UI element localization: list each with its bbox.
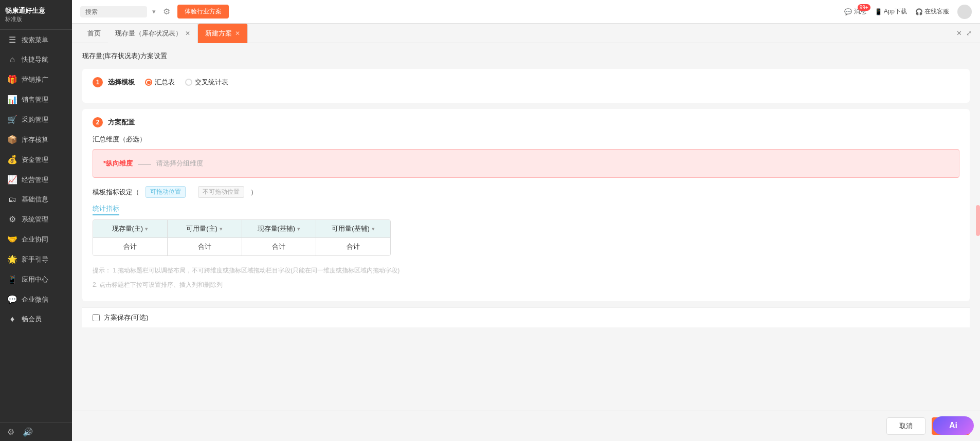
- sidebar-item-label: 新手引导: [22, 255, 48, 264]
- stat-body-col-2: 合计: [168, 238, 242, 255]
- topbar-right: 💬 消息 99+ 📱 App下载 🎧 在线客服: [844, 5, 972, 19]
- message-button[interactable]: 💬 消息 99+: [844, 7, 866, 16]
- tab-new-plan-close-icon[interactable]: ✕: [235, 30, 240, 37]
- sidebar-item-finance[interactable]: 💰 资金管理: [0, 150, 72, 170]
- save-checkbox[interactable]: [93, 314, 100, 321]
- section2-num: 2: [93, 117, 103, 127]
- radio-cross-table[interactable]: 交叉统计表: [185, 78, 228, 87]
- sidebar-item-label: 采购管理: [22, 115, 48, 124]
- page-title: 现存量(库存状况表)方案设置: [82, 51, 970, 61]
- stat-body-col-4: 合计: [316, 238, 390, 255]
- home-icon: ⌂: [7, 55, 17, 64]
- expand-tab-icon[interactable]: ⤢: [966, 29, 972, 37]
- tip-1: 提示： 1.拖动标题栏可以调整布局，不可跨维度或指标区域拖动栏目字段(只能在同一…: [93, 264, 959, 277]
- sidebar-item-label: 系统管理: [22, 215, 48, 224]
- settings-icon[interactable]: ⚙: [7, 427, 14, 437]
- scroll-handle[interactable]: [976, 205, 980, 236]
- app-name: 畅康通好生意: [5, 6, 67, 15]
- online-service-label: 在线客服: [924, 7, 949, 16]
- section1-title: 选择模板: [108, 78, 135, 87]
- col3-dropdown-icon[interactable]: ▾: [297, 226, 300, 232]
- sidebar-item-search[interactable]: ☰ 搜索菜单: [0, 30, 72, 50]
- tab-inventory-label: 现存量（库存状况表）: [115, 29, 182, 38]
- operations-icon: 📈: [7, 175, 17, 185]
- section2-title: 方案配置: [108, 118, 135, 127]
- sidebar-item-basics[interactable]: 🗂 基础信息: [0, 190, 72, 209]
- chart-icon: 📊: [7, 95, 17, 104]
- col2-dropdown-icon[interactable]: ▾: [220, 226, 223, 232]
- sidebar-item-system[interactable]: ⚙ 系统管理: [0, 209, 72, 229]
- ai-bubble-button[interactable]: Ai: [933, 416, 974, 435]
- sidebar-item-member[interactable]: ♦ 畅会员: [0, 309, 72, 329]
- close-tab-icon[interactable]: ✕: [956, 29, 962, 37]
- section-choose-template: 1 选择模板 汇总表 交叉统计表: [82, 69, 970, 103]
- tips-area: 提示： 1.拖动标题栏可以调整布局，不可跨维度或指标区域拖动栏目字段(只能在同一…: [93, 264, 959, 291]
- save-row: 方案保存(可选): [82, 307, 970, 327]
- stat-col-2-header[interactable]: 可用量(主) ▾: [168, 220, 242, 237]
- mobile-icon: 📱: [7, 274, 17, 284]
- search-menu-icon: ☰: [7, 35, 17, 45]
- stat-col-4-header[interactable]: 可用量(基辅) ▾: [316, 220, 390, 237]
- sidebar-item-marketing[interactable]: 🎁 营销推广: [0, 69, 72, 89]
- section2-header: 2 方案配置: [93, 117, 959, 127]
- tabbar: 首页 现存量（库存状况表） ✕ 新建方案 ✕ ✕ ⤢: [72, 24, 980, 43]
- badge-draggable: 可拖动位置: [146, 186, 186, 198]
- tip-2: 2. 点击标题栏下拉可设置排序、插入列和删除列: [93, 279, 959, 291]
- dimension-placeholder: 请选择分组维度: [156, 159, 203, 168]
- sidebar-item-purchase[interactable]: 🛒 采购管理: [0, 109, 72, 130]
- radio-summary-table[interactable]: 汇总表: [145, 78, 175, 87]
- aggregation-label: 汇总维度（必选）: [93, 135, 959, 144]
- stat-label: 统计指标: [93, 204, 119, 215]
- col1-dropdown-icon[interactable]: ▾: [145, 226, 148, 232]
- dimension-required-label: *纵向维度: [103, 159, 133, 168]
- sidebar-item-shortcuts[interactable]: ⌂ 快捷导航: [0, 50, 72, 69]
- tab-right-controls: ✕ ⤢: [956, 29, 972, 37]
- industry-solution-button[interactable]: 体验行业方案: [177, 5, 229, 19]
- section-plan-config: 2 方案配置 汇总维度（必选） *纵向维度 —— 请选择分组维度 模板指标设定（…: [82, 109, 970, 301]
- sidebar-item-enterprise[interactable]: 🤝 企业协同: [0, 229, 72, 249]
- sidebar: 畅康通好生意 标准版 ☰ 搜索菜单 ⌂ 快捷导航 🎁 营销推广 📊 销售管理 🛒…: [0, 0, 72, 441]
- dimension-area[interactable]: *纵向维度 —— 请选择分组维度: [93, 149, 959, 178]
- gift-icon: 🎁: [7, 75, 17, 84]
- tab-new-plan[interactable]: 新建方案 ✕: [198, 24, 248, 43]
- avatar[interactable]: [957, 5, 972, 19]
- sidebar-item-sales[interactable]: 📊 销售管理: [0, 89, 72, 109]
- stat-col-3-header[interactable]: 现存量(基辅) ▾: [242, 220, 317, 237]
- sidebar-item-label: 销售管理: [22, 95, 48, 104]
- stat-col-1-label: 现存量(主): [112, 224, 143, 233]
- online-service-link[interactable]: 🎧 在线客服: [915, 7, 949, 16]
- tab-inventory-close-icon[interactable]: ✕: [185, 30, 190, 37]
- handshake-icon: 🤝: [7, 234, 17, 244]
- search-input[interactable]: [80, 6, 147, 17]
- dimension-dash: ——: [138, 160, 151, 168]
- sidebar-item-apps[interactable]: 📱 应用中心: [0, 269, 72, 289]
- content-area: 现存量(库存状况表)方案设置 1 选择模板 汇总表 交叉统计表: [72, 43, 980, 411]
- col4-dropdown-icon[interactable]: ▾: [372, 226, 375, 232]
- wechat-icon: 💬: [7, 295, 17, 304]
- tab-inventory[interactable]: 现存量（库存状况表） ✕: [108, 24, 198, 43]
- app-download-link[interactable]: 📱 App下载: [875, 7, 907, 16]
- sidebar-item-label: 经营管理: [22, 175, 48, 185]
- message-icon: 💬: [844, 8, 852, 15]
- radio-summary-dot: [145, 79, 152, 86]
- tab-home-label: 首页: [87, 29, 101, 38]
- sidebar-item-label: 库存核算: [22, 135, 48, 144]
- sidebar-footer: ⚙ 🔊: [0, 422, 72, 441]
- member-icon: ♦: [7, 315, 17, 324]
- stat-col-4-label: 可用量(基辅): [332, 224, 370, 233]
- sidebar-item-operations[interactable]: 📈 经营管理: [0, 170, 72, 190]
- stat-table-header: 现存量(主) ▾ 可用量(主) ▾ 现存量(基辅) ▾ 可用量(基辅): [93, 220, 390, 238]
- volume-icon[interactable]: 🔊: [23, 427, 33, 437]
- sidebar-item-wechat[interactable]: 💬 企业微信: [0, 289, 72, 309]
- cancel-button[interactable]: 取消: [886, 417, 925, 435]
- sidebar-item-label: 快捷导航: [22, 55, 48, 64]
- stat-col-1-header[interactable]: 现存量(主) ▾: [93, 220, 168, 237]
- tab-home[interactable]: 首页: [80, 24, 108, 43]
- radio-cross-label: 交叉统计表: [195, 78, 228, 87]
- sidebar-item-newuser[interactable]: 🌟 新手引导: [0, 249, 72, 269]
- sidebar-item-label: 基础信息: [22, 195, 48, 204]
- sidebar-item-inventory[interactable]: 📦 库存核算: [0, 130, 72, 150]
- topbar-settings-icon[interactable]: ⚙: [163, 7, 170, 16]
- section1-num: 1: [93, 77, 103, 87]
- dropdown-arrow-icon[interactable]: ▾: [152, 8, 156, 15]
